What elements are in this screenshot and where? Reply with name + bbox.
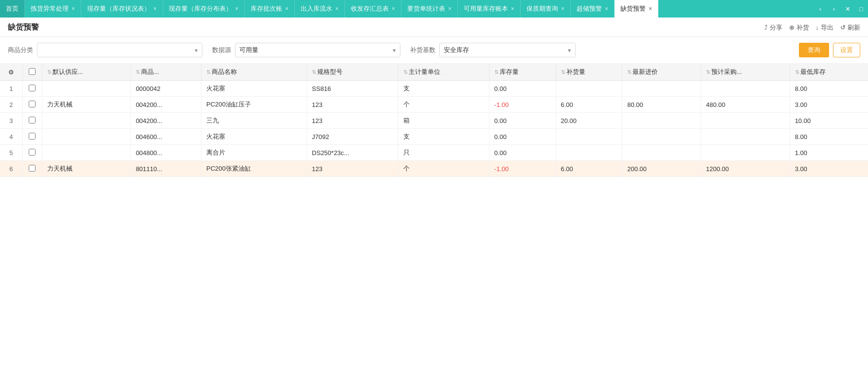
tab-item-batch[interactable]: 库存批次账× (245, 0, 295, 18)
col-replenish-header[interactable]: ⇅补货量 (556, 64, 622, 81)
row-checkbox-0[interactable] (29, 85, 36, 91)
tab-item-shortage[interactable]: 缺货预警× (615, 0, 658, 18)
tab-prev-btn[interactable]: ‹ (814, 0, 827, 18)
row-checkbox-4[interactable] (29, 149, 36, 156)
page-title: 缺货预警 (8, 22, 39, 33)
tab-item-expiry[interactable]: 保质期查询× (521, 0, 571, 18)
datasource-select[interactable]: 可用量 ▾ (235, 43, 400, 57)
cell-min-stock-3: 8.00 (790, 129, 868, 145)
cell-est-purchase-4 (701, 145, 790, 161)
tab-item-available[interactable]: 可用量库存账本× (458, 0, 521, 18)
cell-replenish-0 (556, 81, 622, 97)
row-checkbox-5[interactable] (29, 165, 36, 172)
tab-close-overstock[interactable]: × (605, 5, 608, 12)
cell-replenish-4 (556, 145, 622, 161)
cell-stock-4: 0.00 (489, 145, 556, 161)
filter-actions: 查询 设置 (799, 43, 860, 57)
cell-checkbox-4[interactable] (22, 145, 42, 161)
tab-item-demand[interactable]: 要货单统计表× (401, 0, 458, 18)
tab-item-inventory-status[interactable]: 现存量（库存状况表）× (81, 0, 163, 18)
cell-latest-price-2 (622, 113, 701, 129)
tab-close-available[interactable]: × (511, 5, 514, 12)
tab-close-abnormal[interactable]: × (72, 5, 75, 12)
cell-stock-1: -1.00 (489, 97, 556, 113)
cell-name-3: 火花塞 (201, 129, 307, 145)
col-checkbox-header[interactable] (22, 64, 42, 81)
tab-close-demand[interactable]: × (448, 5, 452, 12)
cell-checkbox-5[interactable] (22, 161, 42, 177)
cell-name-5: PC200张紧油缸 (201, 161, 307, 177)
share-action[interactable]: ⤴ 分享 (764, 23, 782, 32)
export-action[interactable]: ↓ 导出 (816, 23, 834, 32)
col-supplier-header[interactable]: ⇅默认供应... (42, 64, 131, 81)
cell-checkbox-2[interactable] (22, 113, 42, 129)
cell-min-stock-2: 10.00 (790, 113, 868, 129)
replenish-basis-select[interactable]: 安全库存 ▾ (439, 43, 576, 57)
row-checkbox-1[interactable] (29, 101, 36, 107)
col-spec-header[interactable]: ⇅规格型号 (307, 64, 398, 81)
tab-item-inout[interactable]: 出入库流水× (295, 0, 345, 18)
col-latest-price-header[interactable]: ⇅最新进价 (622, 64, 701, 81)
cell-name-2: 三九 (201, 113, 307, 129)
gear-icon: ⚙ (8, 69, 14, 76)
col-settings[interactable]: ⚙ (0, 64, 22, 81)
share-icon: ⤴ (764, 24, 768, 31)
main-content: 缺货预警 ⤴ 分享 ⊕ 补货 ↓ 导出 ↺ 刷新 商品分类 (0, 18, 868, 387)
cell-latest-price-1: 80.00 (622, 97, 701, 113)
query-button[interactable]: 查询 (799, 43, 829, 57)
cell-code-4: 004800... (131, 145, 201, 161)
tab-close-collect[interactable]: × (392, 5, 395, 12)
cell-checkbox-1[interactable] (22, 97, 42, 113)
col-min-stock-header[interactable]: ⇅最低库存 (790, 64, 868, 81)
tab-close-shortage[interactable]: × (649, 5, 652, 12)
tab-item-abnormal[interactable]: 拣货异常处理× (25, 0, 81, 18)
tab-close-inout[interactable]: × (335, 5, 339, 12)
tab-close-inventory-dist[interactable]: × (235, 5, 238, 12)
table-container: ⚙ ⇅默认供应... ⇅商品... ⇅商品名称 ⇅规格型号 ⇅主计量单位 ⇅库存… (0, 64, 868, 177)
datasource-label: 数据源 (212, 46, 231, 54)
replenish-icon: ⊕ (789, 24, 795, 31)
tab-restore-btn[interactable]: □ (854, 0, 868, 18)
col-code-header[interactable]: ⇅商品... (131, 64, 201, 81)
cell-latest-price-5: 200.00 (622, 161, 701, 177)
cell-replenish-2: 20.00 (556, 113, 622, 129)
cell-spec-5: 123 (307, 161, 398, 177)
tab-bar: 首页拣货异常处理×现存量（库存状况表）×现存量（库存分布表）×库存批次账×出入库… (0, 0, 868, 18)
tab-close-inventory-status[interactable]: × (153, 5, 157, 12)
replenish-label: 补货 (796, 23, 809, 32)
cell-code-2: 004200... (131, 113, 201, 129)
tab-item-inventory-dist[interactable]: 现存量（库存分布表）× (163, 0, 245, 18)
replenish-action[interactable]: ⊕ 补货 (789, 23, 809, 32)
col-est-purchase-header[interactable]: ⇅预计采购... (701, 64, 790, 81)
setting-button[interactable]: 设置 (833, 43, 860, 57)
cell-latest-price-0 (622, 81, 701, 97)
cell-est-purchase-5: 1200.00 (701, 161, 790, 177)
tab-item-home[interactable]: 首页 (0, 0, 25, 18)
tab-next-btn[interactable]: › (827, 0, 841, 18)
tab-close-expiry[interactable]: × (561, 5, 564, 12)
cell-spec-0: SS816 (307, 81, 398, 97)
refresh-action[interactable]: ↺ 刷新 (840, 23, 860, 32)
cell-num-5: 6 (0, 161, 22, 177)
cell-stock-2: 0.00 (489, 113, 556, 129)
col-stock-header[interactable]: ⇅库存量 (489, 64, 556, 81)
row-checkbox-2[interactable] (29, 117, 36, 123)
col-unit-header[interactable]: ⇅主计量单位 (398, 64, 489, 81)
cell-checkbox-0[interactable] (22, 81, 42, 97)
cell-unit-1: 个 (398, 97, 489, 113)
row-checkbox-3[interactable] (29, 133, 36, 140)
cell-checkbox-3[interactable] (22, 129, 42, 145)
cell-unit-4: 只 (398, 145, 489, 161)
refresh-icon: ↺ (840, 24, 846, 31)
tab-item-overstock[interactable]: 超储预警× (571, 0, 615, 18)
tab-close-batch[interactable]: × (285, 5, 289, 12)
category-label: 商品分类 (8, 46, 33, 54)
cell-supplier-4 (42, 145, 131, 161)
cell-name-4: 离合片 (201, 145, 307, 161)
category-select[interactable]: ▾ (37, 43, 202, 57)
tab-item-collect[interactable]: 收发存汇总表× (345, 0, 401, 18)
cell-name-1: PC200油缸压子 (201, 97, 307, 113)
col-name-header[interactable]: ⇅商品名称 (201, 64, 307, 81)
select-all-checkbox[interactable] (29, 68, 36, 75)
tab-close-all-btn[interactable]: ✕ (841, 0, 854, 18)
